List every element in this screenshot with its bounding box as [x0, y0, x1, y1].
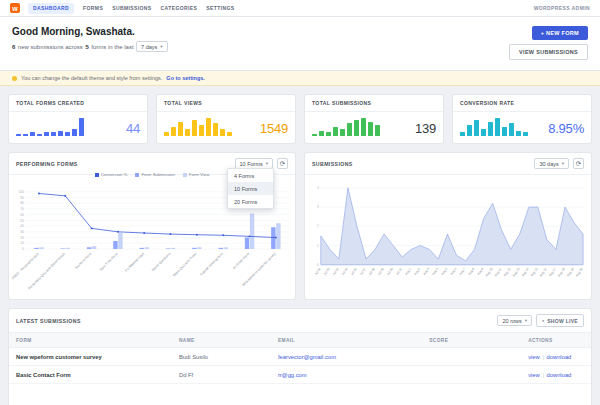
chevron-down-icon: ▾ — [525, 318, 527, 323]
mini-bar-chart — [312, 118, 380, 136]
svg-text:Aug 9: Aug 9 — [476, 267, 484, 276]
refresh-button[interactable]: ⟳ — [573, 158, 584, 169]
svg-text:Aug 3: Aug 3 — [422, 267, 430, 276]
mini-bar-chart — [460, 118, 528, 136]
main-nav: DASHBOARD FORMS SUBMISSIONS CATEGORIES S… — [28, 3, 234, 14]
submissions-area-chart: 01234Jul 22Jul 23Jul 24Jul 25Jul 26Jul 2… — [305, 175, 591, 299]
stat-card-title: TOTAL VIEWS — [157, 95, 295, 112]
live-icon: ● — [542, 318, 545, 323]
svg-text:Jul 26: Jul 26 — [350, 267, 358, 276]
notice-bar: You can change the default theme and sty… — [0, 71, 600, 86]
dashboard-content: TOTAL FORMS CREATED 44 TOTAL VIEWS 1549 … — [0, 86, 600, 405]
cell-name: Budi Susilo — [172, 348, 271, 366]
table-row[interactable]: New wpeform customer survey Budi Susilo … — [9, 348, 591, 366]
svg-text:Jul 28: Jul 28 — [368, 267, 376, 276]
svg-text:Aug 4: Aug 4 — [431, 267, 439, 276]
greeting-block: Good Morning, Swashata. 6 new submission… — [12, 26, 168, 52]
mini-bar-chart — [164, 118, 232, 136]
performing-forms-panel: PERFORMING FORMS 10 Forms ▾ ⟳ Conversion… — [8, 152, 296, 300]
new-form-button[interactable]: + NEW FORM — [532, 26, 588, 40]
nav-submissions[interactable]: SUBMISSIONS — [112, 5, 151, 11]
cell-form: New wpeform customer survey — [9, 348, 172, 366]
svg-text:Jul 29: Jul 29 — [377, 267, 385, 276]
download-link[interactable]: download — [547, 354, 572, 360]
cell-email[interactable]: rr@gg.com — [271, 366, 422, 384]
dropdown-option-4-forms[interactable]: 4 Forms — [228, 169, 273, 182]
svg-text:Aug 18: Aug 18 — [557, 267, 566, 278]
cell-actions: view | download — [521, 348, 591, 366]
column-header-email: EMAIL — [271, 333, 422, 348]
svg-text:Jul 23: Jul 23 — [323, 267, 331, 276]
table-row[interactable]: Basic Contact Form Dd Ff rr@gg.com view … — [9, 366, 591, 384]
latest-submissions-table: FORM NAME EMAIL SCORE ACTIONS New wpefor… — [9, 333, 591, 384]
show-live-button[interactable]: ● SHOW LIVE — [536, 314, 584, 327]
cell-score — [422, 366, 521, 384]
stat-card-body: 8.95% — [453, 112, 591, 143]
column-header-actions: ACTIONS — [521, 333, 591, 348]
period-select[interactable]: 7 days ▾ — [136, 41, 167, 52]
svg-text:Jul 30: Jul 30 — [386, 267, 394, 276]
svg-text:Aug 19: Aug 19 — [566, 267, 575, 278]
rows-select[interactable]: 20 rows ▾ — [497, 315, 532, 326]
cell-score — [422, 348, 521, 366]
cell-form: Basic Contact Form — [9, 366, 172, 384]
cell-email[interactable]: fearvector@gmail.com — [271, 348, 422, 366]
svg-text:Jul 22: Jul 22 — [314, 267, 322, 276]
stat-cards-row: TOTAL FORMS CREATED 44 TOTAL VIEWS 1549 … — [8, 94, 592, 144]
summary-line: 6 new submissions across 5 forms in the … — [12, 41, 168, 52]
refresh-button[interactable]: ⟳ — [277, 158, 288, 169]
svg-text:Aug 10: Aug 10 — [484, 267, 493, 278]
table-header-row: FORM NAME EMAIL SCORE ACTIONS — [9, 333, 591, 348]
column-header-form: FORM — [9, 333, 172, 348]
weforms-logo[interactable]: w — [10, 3, 20, 13]
stat-value: 44 — [126, 121, 140, 136]
view-link[interactable]: view — [528, 354, 540, 360]
svg-text:Aug 11: Aug 11 — [494, 267, 503, 277]
panel-header: SUBMISSIONS 30 days ▾ ⟳ — [305, 153, 591, 175]
stat-card-body: 1549 — [157, 112, 295, 143]
action-separator: | — [542, 354, 544, 360]
svg-text:Aug 6: Aug 6 — [449, 267, 457, 276]
days-select[interactable]: 30 days ▾ — [534, 158, 569, 169]
svg-text:80: 80 — [20, 201, 24, 205]
summary-text-2: forms in the last — [91, 44, 133, 50]
show-live-label: SHOW LIVE — [547, 318, 578, 324]
rows-select-value: 20 rows — [502, 318, 521, 324]
wordpress-admin-link[interactable]: WORDPRESS ADMIN — [534, 5, 590, 11]
svg-text:Aug 7: Aug 7 — [458, 267, 466, 276]
svg-text:10: 10 — [20, 241, 24, 245]
svg-text:0: 0 — [22, 247, 24, 251]
svg-text:20: 20 — [20, 236, 24, 240]
svg-text:Aug 2: Aug 2 — [413, 267, 421, 276]
nav-categories[interactable]: CATEGORIES — [161, 5, 198, 11]
stat-card-conversion-rate: CONVERSION RATE 8.95% — [452, 94, 592, 144]
nav-forms[interactable]: FORMS — [83, 5, 103, 11]
nav-dashboard[interactable]: DASHBOARD — [28, 3, 74, 14]
latest-submissions-panel: LATEST SUBMISSIONS 20 rows ▾ ● SHOW LIVE… — [8, 308, 592, 405]
svg-text:A great meeting form: A great meeting form — [199, 252, 224, 277]
view-submissions-button[interactable]: VIEW SUBMISSIONS — [509, 44, 588, 60]
nav-settings[interactable]: SETTINGS — [206, 5, 234, 11]
go-to-settings-link[interactable]: Go to settings. — [166, 75, 205, 81]
svg-text:Jul 27: Jul 27 — [359, 267, 367, 276]
svg-text:Aug 5: Aug 5 — [440, 267, 448, 276]
dropdown-option-10-forms[interactable]: 10 Forms — [228, 182, 273, 195]
dropdown-option-20-forms[interactable]: 20 Forms — [228, 195, 273, 208]
download-link[interactable]: download — [547, 372, 572, 378]
svg-text:Aug 17: Aug 17 — [548, 267, 557, 278]
action-separator: | — [542, 372, 544, 378]
top-navbar: w DASHBOARD FORMS SUBMISSIONS CATEGORIES… — [0, 0, 600, 17]
column-header-score: SCORE — [422, 333, 521, 348]
svg-text:4: 4 — [317, 186, 319, 190]
chevron-down-icon: ▾ — [160, 44, 162, 49]
svg-text:40: 40 — [20, 224, 24, 228]
svg-text:FREE - Personality Quiz: FREE - Personality Quiz — [11, 252, 40, 281]
svg-text:70: 70 — [20, 207, 24, 211]
svg-text:0: 0 — [317, 263, 319, 267]
view-link[interactable]: view — [528, 372, 540, 378]
stat-value: 139 — [415, 121, 436, 136]
svg-text:Aug 14: Aug 14 — [521, 267, 530, 278]
stat-value: 8.95% — [548, 121, 584, 136]
svg-text:Jul 24: Jul 24 — [332, 267, 340, 276]
svg-text:Jul 31: Jul 31 — [395, 267, 403, 276]
